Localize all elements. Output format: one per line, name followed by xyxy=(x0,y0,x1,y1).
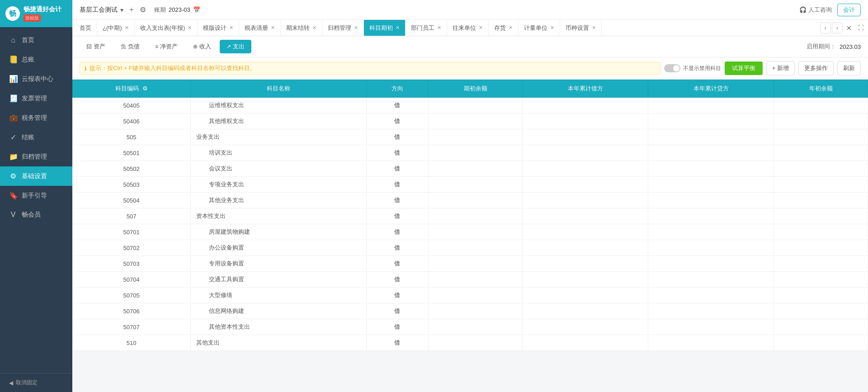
table-row[interactable]: 50703 专用设备购置 借 xyxy=(73,256,868,272)
cell-opening-balance xyxy=(429,272,523,288)
balance-calc-btn[interactable]: 试算平衡 xyxy=(725,61,763,75)
tab-close-inventory[interactable]: ✕ xyxy=(509,25,513,31)
tab-close-archive[interactable]: ✕ xyxy=(354,25,358,31)
cell-direction: 借 xyxy=(366,113,429,129)
toggle-input[interactable] xyxy=(664,64,680,72)
sidebar-item-ledger[interactable]: 📒总账 xyxy=(0,50,72,69)
subtab-expense[interactable]: ↗支出 xyxy=(220,40,251,53)
tab-label-subject_init: 科目期初 xyxy=(369,24,393,32)
cell-ytd-credit xyxy=(648,177,774,193)
sidebar-item-tax[interactable]: 💼税务管理 xyxy=(0,108,72,128)
more-actions-btn[interactable]: 更多操作 xyxy=(798,61,834,76)
col-name: 科目名称 xyxy=(190,80,366,98)
cell-name: 办公设备购置 xyxy=(190,240,366,256)
sidebar-item-member[interactable]: V畅会员 xyxy=(0,205,72,224)
tab-archive[interactable]: 归档管理✕ xyxy=(322,20,364,36)
tab-close-clients[interactable]: ✕ xyxy=(479,25,483,31)
table-row[interactable]: 507 资本性支出 借 xyxy=(73,208,868,224)
subtab-liability[interactable]: 负负债 xyxy=(114,40,146,53)
tab-label-currency: 币种设置 xyxy=(566,24,589,32)
cell-direction: 借 xyxy=(366,145,429,161)
tab-close-period[interactable]: ✕ xyxy=(125,25,129,31)
table-row[interactable]: 50503 专项业务支出 借 xyxy=(73,177,868,193)
tab-close-all-btn[interactable]: ✕ xyxy=(844,23,854,33)
table-row[interactable]: 50704 交通工具购置 借 xyxy=(73,272,868,288)
cell-direction: 借 xyxy=(366,98,429,113)
tab-period[interactable]: ¿(中期)✕ xyxy=(97,20,135,36)
sidebar-item-archive[interactable]: 📁归档管理 xyxy=(0,147,72,166)
subtab-income_tab[interactable]: ⊕收入 xyxy=(186,40,218,53)
sidebar-item-home[interactable]: ⌂首页 xyxy=(0,31,72,50)
tab-dept[interactable]: 部门员工✕ xyxy=(406,20,447,36)
table-row[interactable]: 50501 培训支出 借 xyxy=(73,145,868,161)
company-selector[interactable]: 基层工会测试 ▾ xyxy=(80,6,123,14)
cell-direction: 借 xyxy=(366,335,429,351)
cell-ytd-debit xyxy=(523,224,648,240)
sidebar-item-invoice[interactable]: 🧾发票管理 xyxy=(0,89,72,108)
tab-tax[interactable]: 税表清册✕ xyxy=(239,20,281,36)
cell-ytd-credit xyxy=(648,129,774,145)
tab-clients[interactable]: 往来单位✕ xyxy=(447,20,489,36)
table-row[interactable]: 50405 运维维权支出 借 xyxy=(73,98,868,113)
subtab-label-expense: 支出 xyxy=(233,43,245,51)
sidebar-icon-home: ⌂ xyxy=(9,36,17,44)
tab-template[interactable]: 模版设计✕ xyxy=(198,20,239,36)
tab-period_end[interactable]: 期末结转✕ xyxy=(281,20,322,36)
tab-home[interactable]: 首页 xyxy=(74,20,97,36)
tab-close-template[interactable]: ✕ xyxy=(229,25,233,31)
sidebar-item-settlement[interactable]: ✓结账 xyxy=(0,128,72,147)
calendar-icon[interactable]: 📅 xyxy=(193,6,200,13)
col-settings-icon[interactable]: ⚙ xyxy=(142,85,148,92)
tab-close-income[interactable]: ✕ xyxy=(188,25,192,31)
tab-close-currency[interactable]: ✕ xyxy=(592,25,596,31)
table-row[interactable]: 50706 信息网络购建 借 xyxy=(73,303,868,319)
tab-inventory[interactable]: 存货✕ xyxy=(489,20,519,36)
cell-ytd-debit xyxy=(523,288,648,303)
service-btn[interactable]: 🎧 人工咨询 xyxy=(799,6,832,14)
sidebar-footer[interactable]: ◀ 取消固定 xyxy=(0,373,72,392)
cell-direction: 借 xyxy=(366,129,429,145)
table-row[interactable]: 50504 其他业务支出 借 xyxy=(73,193,868,208)
account-role-btn[interactable]: 会计 xyxy=(837,4,861,16)
add-company-btn[interactable]: ＋ xyxy=(128,5,135,14)
cell-code: 50503 xyxy=(73,177,191,193)
table-row[interactable]: 505 业务支出 借 xyxy=(73,129,868,145)
cell-name: 其他支出 xyxy=(190,335,366,351)
table-row[interactable]: 50701 房屋建筑物购建 借 xyxy=(73,224,868,240)
table-row[interactable]: 50406 其他维权支出 借 xyxy=(73,113,868,129)
company-settings-icon[interactable]: ⚙ xyxy=(140,5,146,14)
sidebar-item-settings[interactable]: ⚙基础设置 xyxy=(0,166,72,186)
sidebar-item-guide[interactable]: 🔖新手引导 xyxy=(0,186,72,205)
tab-expand-btn[interactable]: ⛶ xyxy=(855,23,866,33)
sidebar-item-reports[interactable]: 📊云报表中心 xyxy=(0,69,72,89)
sidebar-label-settlement: 结账 xyxy=(22,133,34,142)
tab-close-dept[interactable]: ✕ xyxy=(437,25,441,31)
refresh-btn[interactable]: 刷新 xyxy=(837,61,861,76)
tab-close-subject_init[interactable]: ✕ xyxy=(396,25,400,31)
tab-close-period_end[interactable]: ✕ xyxy=(312,25,316,31)
tab-unit[interactable]: 计量单位✕ xyxy=(519,20,560,36)
table-row[interactable]: 50707 其他资本性支出 借 xyxy=(73,319,868,335)
add-subject-btn[interactable]: + 新增 xyxy=(766,61,795,76)
cell-year-opening xyxy=(774,240,868,256)
tab-scroll-left-btn[interactable]: ‹ xyxy=(820,23,831,33)
table-row[interactable]: 50702 办公设备购置 借 xyxy=(73,240,868,256)
tab-close-tax[interactable]: ✕ xyxy=(271,25,275,31)
subtab-asset[interactable]: 囧资产 xyxy=(80,40,112,53)
cell-year-opening xyxy=(774,161,868,177)
tab-subject_init[interactable]: 科目期初✕ xyxy=(364,20,406,36)
table-row[interactable]: 50502 会议支出 借 xyxy=(73,161,868,177)
table-row[interactable]: 510 其他支出 借 xyxy=(73,335,868,351)
tab-close-unit[interactable]: ✕ xyxy=(550,25,554,31)
tab-scroll-right-btn[interactable]: › xyxy=(832,23,843,33)
subtab-icon-liability: 负 xyxy=(121,43,126,51)
tab-income[interactable]: 收入支出表(年报)✕ xyxy=(135,20,198,36)
cell-code: 50501 xyxy=(73,145,191,161)
table-row[interactable]: 50705 大型修缮 借 xyxy=(73,288,868,303)
subtab-net_asset[interactable]: ≡净资产 xyxy=(148,40,184,53)
subject-table-area: 科目编码 ⚙ 科目名称 方向 期初余额 本年累计借方 本年累计贷方 年初余额 5… xyxy=(72,80,868,392)
tab-currency[interactable]: 币种设置✕ xyxy=(560,20,602,36)
tab-label-clients: 往来单位 xyxy=(453,24,476,32)
sidebar-label-invoice: 发票管理 xyxy=(22,94,47,103)
cell-opening-balance xyxy=(429,303,523,319)
